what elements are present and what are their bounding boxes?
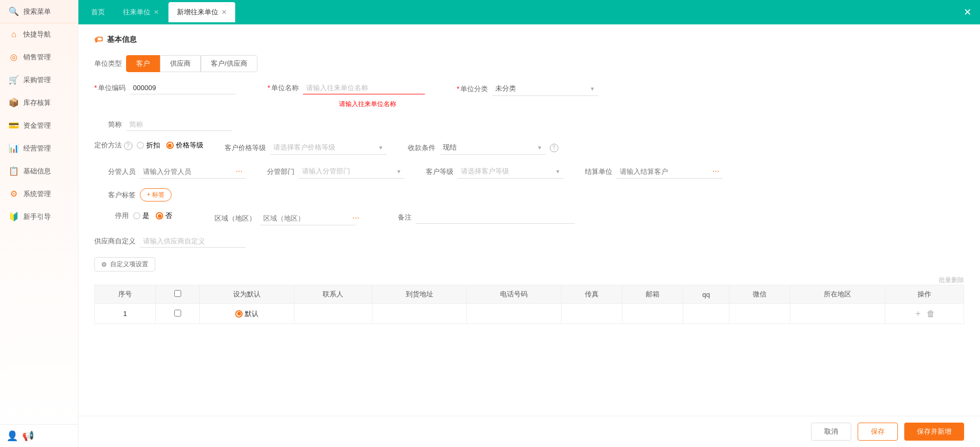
disabled-no-outer (156, 212, 163, 220)
price-level-radio[interactable]: 价格等级 (166, 141, 203, 150)
region-input[interactable] (263, 214, 352, 222)
basic-info-icon: 📋 (8, 166, 19, 176)
manager-row: 分管人员 ··· 分管部门 请输入分管部门 ▼ 客户等级 请选择客户等级 ▼ (94, 164, 964, 179)
form-content: 🏷 基本信息 单位类型 客户 供应商 客户/供应商 *单位编码 *单 (78, 24, 980, 416)
tab-partners[interactable]: 往来单位 ✕ (114, 2, 167, 22)
custom-settings-btn[interactable]: ⚙ 自定义项设置 (94, 257, 155, 271)
settlement-unit-input[interactable] (620, 168, 712, 176)
sidebar-item-search[interactable]: 🔍 搜索菜单 (0, 0, 78, 23)
disabled-label: 停用 (115, 211, 129, 221)
sidebar-item-quick-nav[interactable]: ⌂ 快捷导航 (0, 23, 78, 46)
sidebar-item-newbie[interactable]: 🔰 新手引导 (0, 205, 78, 228)
table-row: 1 默认 (95, 304, 964, 324)
department-select[interactable]: 请输入分管部门 ▼ (299, 164, 405, 179)
sales-icon: ◎ (8, 52, 19, 62)
tab-new-partner[interactable]: 新增往来单位 ✕ (168, 2, 235, 22)
select-all-checkbox[interactable] (174, 290, 181, 297)
payment-terms-help-icon[interactable]: ? (550, 144, 558, 152)
batch-delete-btn[interactable]: 批量删除 (939, 276, 964, 284)
customer-tag-group: 客户标签 + 标签 (94, 188, 172, 201)
unit-type-customer-btn[interactable]: 客户 (126, 55, 160, 72)
sidebar-item-system[interactable]: ⚙ 系统管理 (0, 182, 78, 205)
th-email: 邮箱 (622, 285, 683, 304)
region-input-wrapper: ··· (260, 211, 355, 225)
th-seq: 序号 (95, 285, 156, 304)
disabled-group: 停用 是 否 (94, 211, 172, 221)
pricing-radio-group: 折扣 价格等级 (137, 141, 203, 150)
sidebar-item-basic-info[interactable]: 📋 基础信息 (0, 160, 78, 182)
row-default: 默认 (200, 304, 295, 324)
add-row-btn[interactable]: ＋ (914, 308, 922, 319)
supplier-custom-label: 供应商自定义 (94, 236, 136, 246)
row-wechat (729, 304, 790, 324)
unit-type-both-btn[interactable]: 客户/供应商 (201, 55, 257, 72)
short-name-group: 简称 (94, 118, 232, 131)
row-checkbox[interactable] (174, 310, 181, 317)
cancel-button[interactable]: 取消 (811, 423, 851, 441)
section-basic-info: 🏷 基本信息 (94, 35, 964, 45)
disabled-no-radio[interactable]: 否 (156, 211, 172, 221)
sidebar-item-finance[interactable]: 💳 资金管理 (0, 114, 78, 137)
unit-category-group: *单位分类 未分类 ▼ (457, 82, 598, 96)
close-window-btn[interactable]: ✕ (959, 6, 976, 18)
footer: 取消 保存 保存并新增 (78, 416, 980, 447)
contact-table: 序号 设为默认 联系人 到货地址 电话号码 传真 邮箱 qq 微信 所在地区 操… (94, 285, 964, 324)
unit-name-group: *单位名称 请输入往来单位名称 (268, 82, 425, 109)
unit-type-group: 单位类型 客户 供应商 客户/供应商 (94, 55, 257, 72)
customer-tag-label: 客户标签 (108, 190, 136, 200)
row-default-radio[interactable]: 默认 (205, 309, 289, 319)
notes-input[interactable] (416, 211, 575, 224)
unit-type-buttons: 客户 供应商 客户/供应商 (126, 55, 257, 72)
unit-type-supplier-btn[interactable]: 供应商 (160, 55, 201, 72)
customer-price-select[interactable]: 请选择客户价格等级 ▼ (270, 141, 387, 155)
supplier-custom-row: 供应商自定义 (94, 235, 964, 248)
save-button[interactable]: 保存 (858, 423, 898, 441)
manager-input-wrapper: ··· (140, 164, 246, 179)
payment-terms-label: 收款条件 (408, 143, 435, 153)
unit-name-input[interactable] (303, 82, 425, 94)
discount-radio[interactable]: 折扣 (137, 141, 160, 150)
pricing-method-group: 定价方法 ? 折扣 价格等级 (94, 141, 203, 150)
supplier-custom-input[interactable] (140, 235, 246, 248)
disabled-yes-radio[interactable]: 是 (133, 211, 149, 221)
tab-home[interactable]: 首页 (83, 2, 113, 22)
short-name-input[interactable] (126, 118, 232, 131)
payment-terms-select[interactable]: 现结 ▼ (440, 141, 546, 155)
category-dropdown-arrow: ▼ (590, 86, 595, 92)
sidebar-item-purchase[interactable]: 🛒 采购管理 (0, 68, 78, 91)
unit-code-group: *单位编码 (94, 82, 236, 94)
manager-more-btn[interactable]: ··· (236, 166, 243, 176)
sidebar-item-operations[interactable]: 📊 经营管理 (0, 137, 78, 160)
region-group: 区域（地区） ··· (215, 211, 355, 225)
finance-icon: 💳 (8, 120, 19, 130)
row-contact (294, 304, 372, 324)
customer-level-label: 客户等级 (426, 167, 453, 177)
pricing-help-icon[interactable]: ? (124, 142, 132, 150)
unit-code-label: *单位编码 (94, 83, 126, 93)
department-label: 分管部门 (267, 167, 295, 177)
customer-level-select[interactable]: 请选择客户等级 ▼ (458, 164, 564, 179)
home-icon: ⌂ (8, 30, 19, 39)
sidebar-item-inventory[interactable]: 📦 库存核算 (0, 91, 78, 114)
settlement-unit-wrapper: ··· (617, 164, 723, 179)
settlement-unit-more-btn[interactable]: ··· (712, 166, 719, 176)
save-new-button[interactable]: 保存并新增 (904, 423, 964, 441)
price-level-radio-outer (166, 142, 174, 149)
close-new-partner-tab[interactable]: ✕ (221, 8, 227, 16)
disabled-no-inner (158, 214, 162, 218)
manager-input[interactable] (143, 168, 236, 176)
price-level-radio-inner (168, 144, 172, 147)
sidebar-item-sales[interactable]: ◎ 销售管理 (0, 46, 78, 68)
disabled-yes-outer (133, 212, 140, 220)
region-more-btn[interactable]: ··· (352, 213, 359, 223)
department-arrow: ▼ (396, 169, 402, 174)
delete-row-btn[interactable]: 🗑 (926, 309, 935, 319)
disabled-radio-group: 是 否 (133, 211, 172, 221)
th-default: 设为默认 (200, 285, 295, 304)
unit-name-error: 请输入往来单位名称 (339, 100, 396, 109)
unit-code-input[interactable] (130, 82, 236, 94)
unit-category-select[interactable]: 未分类 ▼ (492, 82, 598, 96)
row-phone (467, 304, 562, 324)
close-partners-tab[interactable]: ✕ (154, 8, 159, 16)
add-tag-btn[interactable]: + 标签 (140, 188, 172, 201)
